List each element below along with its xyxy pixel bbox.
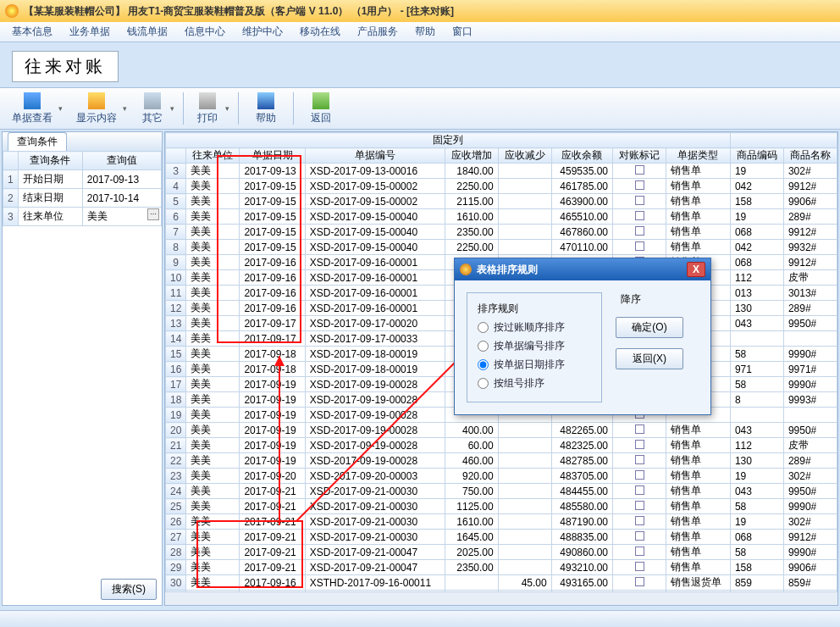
filter-value[interactable]: 2017-09-13 bbox=[82, 170, 161, 189]
radio-icon[interactable] bbox=[478, 359, 489, 370]
cell-flag[interactable] bbox=[613, 164, 666, 179]
cell-name: 9971# bbox=[783, 362, 837, 377]
cell-flag[interactable] bbox=[613, 499, 666, 514]
menu-信息中心[interactable]: 信息中心 bbox=[176, 23, 234, 41]
cell-flag[interactable] bbox=[613, 240, 666, 255]
toolbar-other[interactable]: 其它 bbox=[134, 90, 178, 128]
filter-value[interactable]: 2017-10-14 bbox=[82, 189, 161, 208]
cell-flag[interactable] bbox=[613, 179, 666, 194]
radio-icon[interactable] bbox=[478, 322, 489, 333]
menu-产品服务[interactable]: 产品服务 bbox=[349, 23, 406, 41]
cell-dec: 45.00 bbox=[498, 575, 551, 591]
table-row[interactable]: 23美美2017-09-20XSD-2017-09-20-00003920.00… bbox=[166, 469, 837, 484]
table-row[interactable]: 8美美2017-09-15XSD-2017-09-15-000402250.00… bbox=[166, 240, 837, 255]
lookup-icon[interactable]: ⋯ bbox=[147, 208, 159, 220]
cell-name: 9990# bbox=[783, 377, 837, 392]
grid-col-8[interactable]: 单据类型 bbox=[666, 148, 731, 164]
table-row[interactable]: 30美美2017-09-16XSTHD-2017-09-16-0001145.0… bbox=[166, 575, 837, 591]
cell-type: 销售单 bbox=[666, 545, 731, 560]
filter-col: 查询值 bbox=[82, 152, 161, 170]
menu-基本信息[interactable]: 基本信息 bbox=[3, 23, 61, 41]
cell-flag[interactable] bbox=[613, 469, 666, 484]
table-row[interactable]: 5美美2017-09-15XSD-2017-09-15-000022115.00… bbox=[166, 194, 837, 209]
cell-flag[interactable] bbox=[613, 194, 666, 209]
toolbar-separator bbox=[183, 92, 184, 125]
cell-code: 130 bbox=[730, 453, 783, 469]
dialog-ok-button[interactable]: 确定(O) bbox=[616, 317, 683, 338]
cell-flag[interactable] bbox=[613, 560, 666, 575]
menu-帮助[interactable]: 帮助 bbox=[406, 23, 444, 41]
sort-option-1[interactable]: 按单据编号排序 bbox=[478, 339, 591, 353]
cell-flag[interactable] bbox=[613, 514, 666, 530]
sort-option-0[interactable]: 按过账顺序排序 bbox=[478, 320, 591, 335]
radio-icon[interactable] bbox=[478, 341, 489, 352]
table-row[interactable]: 26美美2017-09-21XSD-2017-09-21-000301610.0… bbox=[166, 514, 837, 530]
table-row[interactable]: 24美美2017-09-21XSD-2017-09-21-00030750.00… bbox=[166, 484, 837, 499]
radio-icon[interactable] bbox=[478, 378, 489, 389]
table-row[interactable]: 3美美2017-09-13XSD-2017-09-13-000161840.00… bbox=[166, 164, 837, 179]
table-row[interactable]: 22美美2017-09-19XSD-2017-09-19-00028460.00… bbox=[166, 453, 837, 469]
cell-flag[interactable] bbox=[613, 530, 666, 545]
dialog-cancel-button[interactable]: 返回(X) bbox=[616, 348, 683, 369]
grid-col-1[interactable]: 往来单位 bbox=[186, 148, 240, 164]
cell-date: 2017-09-13 bbox=[240, 164, 305, 179]
cell-unit: 美美 bbox=[186, 392, 240, 408]
menu-窗口[interactable]: 窗口 bbox=[444, 23, 481, 41]
table-row[interactable]: 25美美2017-09-21XSD-2017-09-21-000301125.0… bbox=[166, 499, 837, 514]
cell-flag[interactable] bbox=[613, 209, 666, 225]
grid-col-10[interactable]: 商品名称 bbox=[783, 148, 837, 164]
menu-钱流单据[interactable]: 钱流单据 bbox=[119, 23, 176, 41]
dialog-titlebar[interactable]: 表格排序规则 X bbox=[455, 258, 710, 280]
toolbar-show-content[interactable]: 显示内容 bbox=[69, 90, 130, 128]
grid-hscrollbar[interactable] bbox=[165, 591, 837, 605]
grid-col-5[interactable]: 应收减少 bbox=[498, 148, 551, 164]
cell-flag[interactable] bbox=[613, 575, 666, 591]
cell-billno: XSD-2017-09-19-00028 bbox=[305, 423, 445, 438]
sort-option-2[interactable]: 按单据日期排序 bbox=[478, 358, 591, 372]
grid-col-2[interactable]: 单据日期 bbox=[240, 148, 305, 164]
menu-维护中心[interactable]: 维护中心 bbox=[234, 23, 291, 41]
toolbar-bill-search[interactable]: 单据查看 bbox=[5, 90, 66, 128]
cell-flag[interactable] bbox=[613, 484, 666, 499]
grid-col-9[interactable]: 商品编码 bbox=[730, 148, 783, 164]
desc-checkbox-row[interactable]: 降序 bbox=[616, 292, 641, 307]
cell-dec bbox=[498, 225, 551, 240]
toolbar-print[interactable]: 打印 bbox=[189, 90, 233, 128]
cell-name: 289# bbox=[783, 209, 837, 225]
cell-date: 2017-09-18 bbox=[240, 362, 305, 377]
search-button[interactable]: 搜索(S) bbox=[101, 579, 157, 600]
cell-flag[interactable] bbox=[613, 423, 666, 438]
grid-col-4[interactable]: 应收增加 bbox=[445, 148, 498, 164]
table-row[interactable]: 4美美2017-09-15XSD-2017-09-15-000022250.00… bbox=[166, 179, 837, 194]
grid-col-7[interactable]: 对账标记 bbox=[613, 148, 666, 164]
cell-flag[interactable] bbox=[613, 453, 666, 469]
rownum: 13 bbox=[166, 316, 186, 331]
sort-option-3[interactable]: 按组号排序 bbox=[478, 376, 591, 391]
cell-flag[interactable] bbox=[613, 438, 666, 453]
grid-col-0[interactable] bbox=[166, 148, 186, 164]
table-row[interactable]: 7美美2017-09-15XSD-2017-09-15-000402350.00… bbox=[166, 225, 837, 240]
table-row[interactable]: 28美美2017-09-21XSD-2017-09-21-000472025.0… bbox=[166, 545, 837, 560]
window-titlebar: 【某某服装鞋帽公司】 用友T1-商贸宝服装鞋帽普及版（客户端 V 11.0） （… bbox=[0, 0, 840, 22]
table-row[interactable]: 21美美2017-09-19XSD-2017-09-19-0002860.004… bbox=[166, 438, 837, 453]
grid-col-6[interactable]: 应收余额 bbox=[551, 148, 612, 164]
table-row[interactable]: 27美美2017-09-21XSD-2017-09-21-000301645.0… bbox=[166, 530, 837, 545]
filter-value[interactable]: 美美⋯ bbox=[82, 208, 161, 226]
toolbar-back[interactable]: 返回 bbox=[299, 90, 343, 128]
table-row[interactable]: 20美美2017-09-19XSD-2017-09-19-00028400.00… bbox=[166, 423, 837, 438]
table-row[interactable]: 6美美2017-09-15XSD-2017-09-15-000401610.00… bbox=[166, 209, 837, 225]
cell-flag[interactable] bbox=[613, 545, 666, 560]
cell-flag[interactable] bbox=[613, 225, 666, 240]
cell-bal: 493165.00 bbox=[551, 575, 612, 591]
dialog-close-button[interactable]: X bbox=[687, 262, 705, 277]
cell-type: 销售单 bbox=[666, 164, 731, 179]
checkbox-icon bbox=[635, 501, 644, 510]
cell-billno: XSD-2017-09-16-00001 bbox=[305, 301, 445, 316]
table-row[interactable]: 29美美2017-09-21XSD-2017-09-21-000472350.0… bbox=[166, 560, 837, 575]
menu-移动在线[interactable]: 移动在线 bbox=[291, 23, 349, 41]
menu-业务单据[interactable]: 业务单据 bbox=[61, 23, 119, 41]
toolbar-help[interactable]: 帮助 bbox=[244, 90, 288, 128]
filter-tab[interactable]: 查询条件 bbox=[8, 132, 67, 151]
cell-code: 158 bbox=[730, 560, 783, 575]
grid-col-3[interactable]: 单据编号 bbox=[305, 148, 445, 164]
